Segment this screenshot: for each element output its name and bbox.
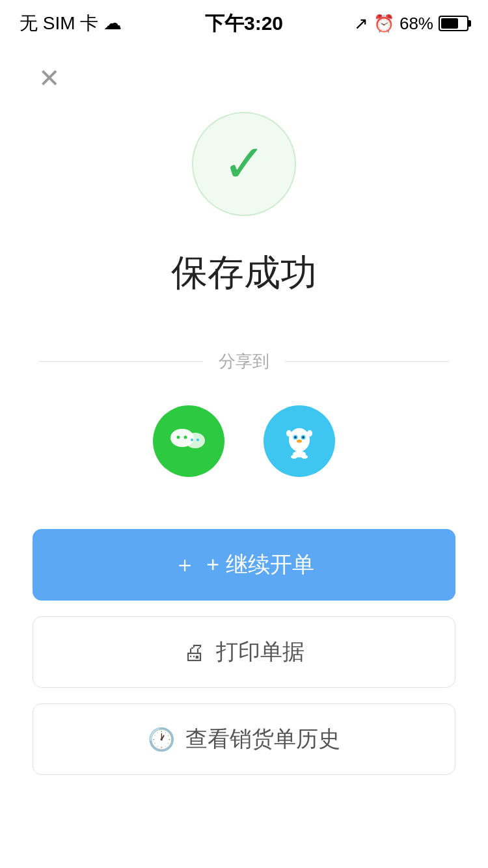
- battery-fill: [441, 18, 458, 29]
- wechat-icon: [167, 420, 210, 463]
- svg-point-1: [185, 433, 205, 448]
- share-icons: [153, 405, 335, 477]
- svg-point-15: [286, 430, 291, 437]
- share-label: 分享到: [203, 350, 285, 373]
- svg-point-16: [307, 430, 312, 437]
- status-right: ↗ ⏰ 68%: [354, 14, 468, 34]
- action-buttons: ＋ + 继续开单 🖨 打印单据 🕐 查看销货单历史: [0, 529, 488, 775]
- battery-percent: 68%: [400, 14, 433, 34]
- plus-icon: ＋: [174, 550, 196, 580]
- svg-point-14: [297, 440, 302, 443]
- print-button[interactable]: 🖨 打印单据: [33, 616, 455, 688]
- print-label: 打印单据: [216, 637, 305, 667]
- status-bar: 无 SIM 卡 ☁ 下午3:20 ↗ ⏰ 68%: [0, 0, 488, 47]
- close-button[interactable]: ✕: [30, 59, 69, 98]
- main-content: ✓ 保存成功 分享到: [0, 47, 488, 775]
- svg-point-12: [295, 437, 297, 439]
- checkmark-icon: ✓: [223, 138, 266, 190]
- wechat-share-button[interactable]: [153, 405, 224, 477]
- share-divider: 分享到: [0, 350, 488, 373]
- status-left: 无 SIM 卡 ☁: [20, 11, 122, 36]
- success-circle: ✓: [192, 112, 296, 216]
- svg-point-2: [177, 436, 180, 439]
- svg-point-9: [301, 455, 308, 459]
- svg-point-4: [191, 439, 193, 441]
- clock-icon: 🕐: [148, 726, 175, 752]
- divider-left: [39, 361, 203, 362]
- svg-point-8: [291, 455, 297, 459]
- battery-icon: [439, 16, 468, 31]
- continue-label: + 继续开单: [206, 550, 314, 580]
- continue-button[interactable]: ＋ + 继续开单: [33, 529, 455, 601]
- close-icon: ✕: [38, 65, 61, 91]
- qq-share-button[interactable]: [264, 405, 335, 477]
- status-time: 下午3:20: [205, 10, 283, 37]
- svg-point-13: [303, 437, 305, 439]
- history-button[interactable]: 🕐 查看销货单历史: [33, 703, 455, 775]
- no-sim-text: 无 SIM 卡 ☁: [20, 11, 122, 36]
- printer-icon: 🖨: [183, 640, 206, 665]
- history-label: 查看销货单历史: [185, 724, 340, 754]
- success-title: 保存成功: [171, 249, 317, 298]
- qq-icon: [280, 422, 319, 461]
- location-icon: ↗: [354, 14, 368, 34]
- battery-indicator: [439, 16, 468, 31]
- divider-right: [285, 361, 449, 362]
- svg-point-3: [184, 436, 187, 439]
- alarm-icon: ⏰: [373, 14, 394, 34]
- svg-point-5: [197, 439, 199, 441]
